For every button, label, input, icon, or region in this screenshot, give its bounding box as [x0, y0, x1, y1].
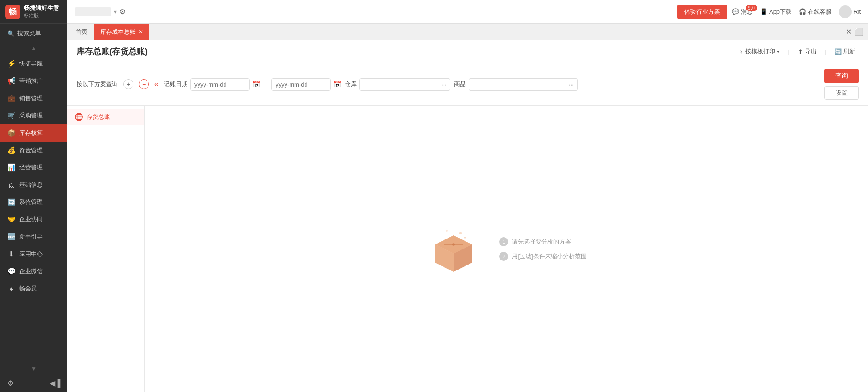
- sidebar-search[interactable]: 🔍 搜索菜单: [0, 24, 67, 43]
- tab-close-panel-icon[interactable]: ✕: [846, 27, 852, 36]
- empty-state: 1 请先选择要分析的方案 2 用[过滤]条件来缩小分析范围: [145, 106, 868, 392]
- message-btn[interactable]: 💬 消息 99+: [732, 8, 753, 16]
- page-content: 库存总账(存货总账) 🖨 按模板打印 ▾ | ⬆ 导出 | 🔄 刷新: [67, 40, 868, 392]
- tab-inventory-cost[interactable]: 库存成本总账 ✕: [94, 24, 149, 40]
- date-end-input[interactable]: [271, 78, 331, 91]
- print-icon: 🖨: [738, 48, 744, 55]
- enterprise-icon: 🤝: [7, 215, 15, 224]
- filter-add-btn[interactable]: +: [123, 79, 133, 89]
- footer-collapse-btn[interactable]: ◀▐: [50, 379, 60, 387]
- sidebar-item-finance[interactable]: 💰 资金管理: [0, 142, 67, 159]
- empty-step-2: 2 用[过滤]条件来缩小分析范围: [499, 252, 586, 261]
- system-icon: 🔄: [7, 198, 15, 206]
- purchase-icon: 🛒: [7, 112, 15, 120]
- vip-label: 畅会员: [19, 285, 37, 293]
- warehouse-label: 仓库: [345, 80, 357, 88]
- settings-btn[interactable]: 设置: [824, 86, 859, 100]
- sidebar-item-inventory[interactable]: 📦 库存核算: [0, 124, 67, 142]
- sales-label: 销售管理: [19, 94, 43, 102]
- tab-expand-icon[interactable]: ⬜: [854, 27, 863, 36]
- vip-icon: ♦: [7, 285, 15, 293]
- warehouse-more-icon: ···: [441, 81, 446, 88]
- sidebar-item-enterprise-wx[interactable]: 💬 企业微信: [0, 263, 67, 280]
- breadcrumb-home[interactable]: [75, 7, 111, 16]
- topbar-settings-icon[interactable]: ⚙: [119, 7, 126, 16]
- sidebar-item-operations[interactable]: 📊 经营管理: [0, 159, 67, 176]
- sidebar-item-quick-nav[interactable]: ⚡ 快捷导航: [0, 55, 67, 72]
- inventory-label: 库存核算: [19, 129, 43, 137]
- tabbar: 首页 库存成本总账 ✕ ✕ ⬜: [67, 24, 868, 40]
- filter-goods-field: 商品 ···: [454, 78, 578, 91]
- trial-btn[interactable]: 体验行业方案: [677, 5, 727, 19]
- operations-label: 经营管理: [19, 163, 43, 172]
- sidebar-item-sales[interactable]: 💼 销售管理: [0, 90, 67, 107]
- app-logo-text: 畅捷通好生意 标准版: [24, 5, 59, 19]
- refresh-btn[interactable]: 🔄 刷新: [831, 46, 859, 57]
- scroll-down-arrow[interactable]: ▼: [0, 364, 67, 374]
- sidebar-item-purchase[interactable]: 🛒 采购管理: [0, 107, 67, 124]
- sidebar-item-basic-info[interactable]: 🗂 基础信息: [0, 176, 67, 193]
- refresh-icon: 🔄: [834, 48, 842, 55]
- user-info[interactable]: Rit: [839, 5, 861, 18]
- sidebar-item-guide[interactable]: 🆕 新手引导: [0, 228, 67, 245]
- tab-home-label: 首页: [76, 28, 87, 36]
- footer-settings-btn[interactable]: ⚙: [7, 379, 14, 387]
- inventory-scheme-svg: [76, 114, 82, 120]
- empty-state-text: 1 请先选择要分析的方案 2 用[过滤]条件来缩小分析范围: [499, 237, 586, 261]
- page-title: 库存总账(存货总账): [77, 46, 148, 62]
- export-btn[interactable]: ⬆ 导出: [794, 46, 820, 57]
- step-1-text: 请先选择要分析的方案: [512, 238, 571, 246]
- sidebar-item-enterprise[interactable]: 🤝 企业协同: [0, 211, 67, 228]
- app-logo-icon: 畅: [5, 5, 20, 19]
- enterprise-label: 企业协同: [19, 215, 43, 224]
- avatar: [839, 5, 852, 18]
- tab-home[interactable]: 首页: [69, 24, 94, 40]
- page-header: 库存总账(存货总账) 🖨 按模板打印 ▾ | ⬆ 导出 | 🔄 刷新: [67, 40, 868, 63]
- search-menu-btn[interactable]: 🔍 搜索菜单: [5, 27, 63, 39]
- sidebar: 畅 畅捷通好生意 标准版 🔍 搜索菜单 ▲ ⚡ 快捷导航 📢 营销推广 💼 销售…: [0, 0, 67, 392]
- date-start-input[interactable]: [190, 78, 250, 91]
- warehouse-select[interactable]: ···: [359, 78, 450, 91]
- goods-more-icon: ···: [569, 81, 574, 88]
- finance-label: 资金管理: [19, 146, 43, 154]
- sidebar-item-app-center[interactable]: ⬇ 应用中心: [0, 245, 67, 263]
- action-divider-2: |: [825, 48, 826, 55]
- print-arrow-icon: ▾: [777, 49, 780, 55]
- calendar-end-icon[interactable]: 📅: [333, 81, 341, 88]
- app-brand: 畅捷通好生意: [24, 5, 59, 12]
- export-label: 导出: [805, 47, 817, 56]
- app-download-btn[interactable]: 📱 App下载: [760, 8, 791, 16]
- app-edition: 标准版: [24, 12, 59, 19]
- empty-box-svg: [426, 222, 481, 276]
- goods-select[interactable]: ···: [469, 78, 578, 91]
- sidebar-item-system[interactable]: 🔄 系统管理: [0, 193, 67, 211]
- content-area: 存货总账: [67, 106, 868, 392]
- filter-actions: 查询 设置: [824, 69, 859, 100]
- filter-collapse-btn[interactable]: «: [154, 80, 158, 88]
- filter-remove-btn[interactable]: −: [139, 79, 149, 89]
- page-header-actions: 🖨 按模板打印 ▾ | ⬆ 导出 | 🔄 刷新: [734, 46, 859, 63]
- basic-info-icon: 🗂: [7, 181, 15, 189]
- calendar-start-icon[interactable]: 📅: [252, 81, 260, 88]
- headset-icon: 🎧: [799, 8, 806, 15]
- filter-row: 记账日期 📅 — 📅 仓库 ··· 商品: [164, 78, 819, 91]
- svg-point-9: [459, 232, 462, 234]
- online-support-btn[interactable]: 🎧 在线客服: [799, 8, 832, 16]
- scheme-item-inventory[interactable]: 存货总账: [67, 109, 144, 125]
- action-divider-1: |: [788, 48, 789, 55]
- scroll-up-arrow[interactable]: ▲: [0, 43, 67, 53]
- date-dash: —: [263, 81, 269, 88]
- app-center-label: 应用中心: [19, 250, 43, 258]
- filter-warehouse-field: 仓库 ···: [345, 78, 450, 91]
- sidebar-footer: ⚙ ◀▐: [0, 374, 67, 392]
- query-btn[interactable]: 查询: [824, 69, 859, 83]
- tab-close-icon[interactable]: ✕: [138, 29, 143, 35]
- print-btn[interactable]: 🖨 按模板打印 ▾: [734, 46, 783, 57]
- filter-date-field: 记账日期 📅 — 📅: [164, 78, 341, 91]
- empty-state-inner: 1 请先选择要分析的方案 2 用[过滤]条件来缩小分析范围: [426, 222, 586, 276]
- svg-point-10: [464, 237, 466, 239]
- sidebar-item-vip[interactable]: ♦ 畅会员: [0, 280, 67, 297]
- sidebar-item-marketing[interactable]: 📢 营销推广: [0, 72, 67, 90]
- svg-point-11: [446, 230, 448, 232]
- system-label: 系统管理: [19, 198, 43, 206]
